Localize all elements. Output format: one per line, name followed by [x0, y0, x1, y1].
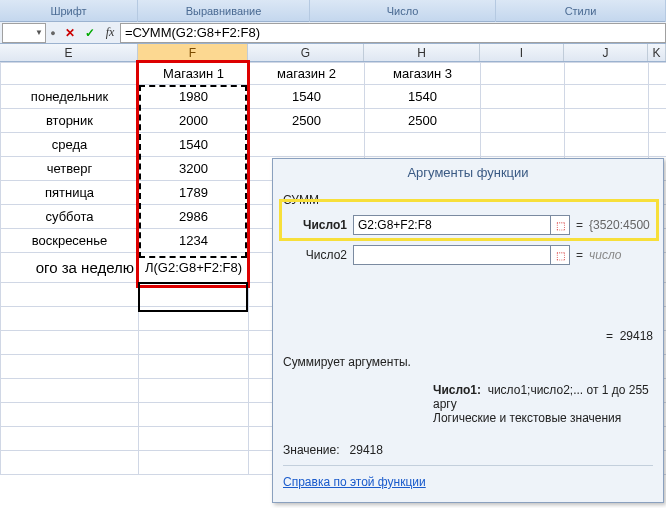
- cell[interactable]: [1, 355, 139, 379]
- cell-G[interactable]: 2500: [249, 109, 365, 133]
- cell[interactable]: [565, 133, 649, 157]
- cell-F[interactable]: 1789: [139, 181, 249, 205]
- dialog-divider: [283, 465, 653, 466]
- cell[interactable]: [1, 63, 139, 85]
- dialog-total: = 29418: [606, 329, 653, 343]
- arg-row-2: Число2 ⬚ = число: [291, 243, 659, 267]
- cell-F[interactable]: 1540: [139, 133, 249, 157]
- cell[interactable]: [1, 379, 139, 403]
- cell[interactable]: [565, 63, 649, 85]
- cell[interactable]: [481, 133, 565, 157]
- formula-input[interactable]: =СУММ(G2:G8+F2:F8): [120, 23, 666, 43]
- cell[interactable]: [481, 85, 565, 109]
- cell[interactable]: [139, 355, 249, 379]
- col-header-K[interactable]: K: [648, 44, 666, 61]
- equals-icon: =: [570, 218, 589, 232]
- dialog-result-row: Значение: 29418: [283, 443, 383, 457]
- arg-row-1: Число1 G2:G8+F2:F8 ⬚ = {3520:4500: [291, 213, 659, 237]
- cell[interactable]: [1, 427, 139, 451]
- cell-H[interactable]: 1540: [365, 85, 481, 109]
- function-arguments-dialog[interactable]: Аргументы функции СУММ Число1 G2:G8+F2:F…: [272, 158, 664, 503]
- arg1-input[interactable]: G2:G8+F2:F8: [353, 215, 551, 235]
- namebox-expand-icon[interactable]: ●: [46, 23, 60, 43]
- cell-F[interactable]: 2986: [139, 205, 249, 229]
- dialog-arg-description: Число1: число1;число2;... от 1 до 255 ар…: [433, 383, 659, 425]
- cell-rowlabel[interactable]: вторник: [1, 109, 139, 133]
- cell-F[interactable]: 1980: [139, 85, 249, 109]
- cell[interactable]: [139, 427, 249, 451]
- cell[interactable]: [139, 331, 249, 355]
- cell-header-F[interactable]: Магазин 1: [139, 63, 249, 85]
- column-headers: E F G H I J K: [0, 44, 666, 62]
- ribbon-group-font: Шрифт: [0, 0, 138, 22]
- cell[interactable]: [1, 451, 139, 475]
- name-box[interactable]: ▼: [2, 23, 46, 43]
- cell-rowlabel[interactable]: среда: [1, 133, 139, 157]
- insert-function-button[interactable]: fx: [100, 23, 120, 43]
- ribbon-group-alignment: Выравнивание: [138, 0, 310, 22]
- formula-bar: ▼ ● ✕ ✓ fx =СУММ(G2:G8+F2:F8): [0, 22, 666, 44]
- cell-rowlabel[interactable]: понедельник: [1, 85, 139, 109]
- cell[interactable]: [481, 109, 565, 133]
- range-picker-icon[interactable]: ⬚: [550, 245, 570, 265]
- cell-F[interactable]: 2000: [139, 109, 249, 133]
- ribbon-group-number: Число: [310, 0, 496, 22]
- equals-icon: =: [570, 248, 589, 262]
- col-header-F[interactable]: F: [138, 44, 248, 61]
- arg1-result: {3520:4500: [589, 218, 659, 232]
- dropdown-icon: ▼: [35, 28, 43, 37]
- cell[interactable]: [139, 451, 249, 475]
- confirm-formula-button[interactable]: ✓: [80, 23, 100, 43]
- dialog-title: Аргументы функции: [273, 159, 663, 190]
- cell-rowlabel[interactable]: пятница: [1, 181, 139, 205]
- cell[interactable]: [139, 283, 249, 307]
- arg2-result: число: [589, 248, 659, 262]
- cell[interactable]: [249, 133, 365, 157]
- cell-header-H[interactable]: магазин 3: [365, 63, 481, 85]
- cell[interactable]: [139, 403, 249, 427]
- cell[interactable]: [1, 331, 139, 355]
- cell-footer-F[interactable]: Л(G2:G8+F2:F8): [139, 253, 249, 283]
- cell[interactable]: [1, 283, 139, 307]
- col-header-G[interactable]: G: [248, 44, 364, 61]
- range-picker-icon[interactable]: ⬚: [550, 215, 570, 235]
- cell-rowlabel[interactable]: четверг: [1, 157, 139, 181]
- cell-rowlabel[interactable]: суббота: [1, 205, 139, 229]
- arg2-input[interactable]: [353, 245, 551, 265]
- cell-footer-E[interactable]: ого за неделю: [1, 253, 139, 283]
- ribbon-group-styles: Стили: [496, 0, 666, 22]
- col-header-E[interactable]: E: [0, 44, 138, 61]
- cell-G[interactable]: 1540: [249, 85, 365, 109]
- cell[interactable]: [481, 63, 565, 85]
- cell[interactable]: [649, 85, 667, 109]
- cell[interactable]: [365, 133, 481, 157]
- col-header-J[interactable]: J: [564, 44, 648, 61]
- cell-F[interactable]: 1234: [139, 229, 249, 253]
- cell[interactable]: [139, 307, 249, 331]
- cell-F[interactable]: 3200: [139, 157, 249, 181]
- cell[interactable]: [139, 379, 249, 403]
- arg1-label: Число1: [291, 218, 353, 232]
- formula-text: =СУММ(G2:G8+F2:F8): [125, 25, 260, 40]
- ribbon-group-labels: Шрифт Выравнивание Число Стили: [0, 0, 666, 22]
- cell-H[interactable]: 2500: [365, 109, 481, 133]
- cell[interactable]: [649, 63, 667, 85]
- cell[interactable]: [565, 109, 649, 133]
- arg2-label: Число2: [291, 248, 353, 262]
- dialog-function-name: СУММ: [283, 193, 319, 207]
- cell-header-G[interactable]: магазин 2: [249, 63, 365, 85]
- cell[interactable]: [1, 307, 139, 331]
- col-header-H[interactable]: H: [364, 44, 480, 61]
- cancel-formula-button[interactable]: ✕: [60, 23, 80, 43]
- cell[interactable]: [649, 109, 667, 133]
- cell[interactable]: [1, 403, 139, 427]
- cell[interactable]: [565, 85, 649, 109]
- dialog-description: Суммирует аргументы.: [283, 355, 411, 369]
- col-header-I[interactable]: I: [480, 44, 564, 61]
- cell[interactable]: [649, 133, 667, 157]
- cell-rowlabel[interactable]: воскресенье: [1, 229, 139, 253]
- help-link[interactable]: Справка по этой функции: [283, 475, 426, 489]
